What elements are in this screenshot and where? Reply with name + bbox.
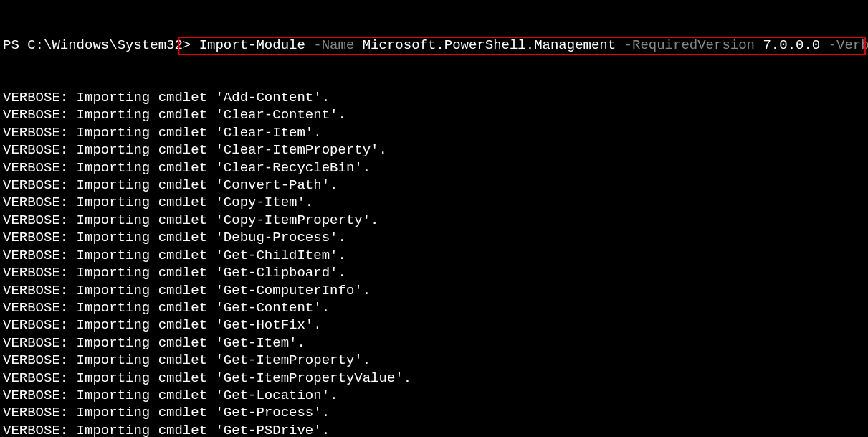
param-value: Microsoft.PowerShell.Management <box>363 37 616 53</box>
verbose-line: VERBOSE: Importing cmdlet 'Clear-Item'. <box>3 124 865 141</box>
verbose-line: VERBOSE: Importing cmdlet 'Get-Content'. <box>3 299 865 316</box>
verbose-line: VERBOSE: Importing cmdlet 'Get-Item'. <box>3 334 865 352</box>
ps-prompt: PS C:\Windows\System32> <box>3 37 199 53</box>
verbose-line: VERBOSE: Importing cmdlet 'Get-Process'. <box>3 404 865 421</box>
verbose-line: VERBOSE: Importing cmdlet 'Clear-ItemPro… <box>3 141 865 159</box>
verbose-line: VERBOSE: Importing cmdlet 'Get-ItemPrope… <box>3 370 865 387</box>
verbose-line: VERBOSE: Importing cmdlet 'Copy-ItemProp… <box>3 212 865 229</box>
param-name: -Name <box>305 37 363 53</box>
verbose-line: VERBOSE: Importing cmdlet 'Get-PSDrive'. <box>3 422 865 437</box>
verbose-line: VERBOSE: Importing cmdlet 'Get-HotFix'. <box>3 316 865 334</box>
verbose-line: VERBOSE: Importing cmdlet 'Add-Content'. <box>3 89 865 106</box>
verbose-line: VERBOSE: Importing cmdlet 'Clear-Recycle… <box>3 159 865 177</box>
param-verbose: -Verbose <box>820 37 868 53</box>
verbose-line: VERBOSE: Importing cmdlet 'Get-Location'… <box>3 387 865 404</box>
verbose-line: VERBOSE: Importing cmdlet 'Get-ComputerI… <box>3 282 865 299</box>
param-reqver: -RequiredVersion <box>616 37 763 53</box>
verbose-line: VERBOSE: Importing cmdlet 'Get-ChildItem… <box>3 247 865 264</box>
prompt-line: PS C:\Windows\System32> Import-Module -N… <box>3 37 865 54</box>
command-name: Import-Module <box>199 37 305 53</box>
verbose-line: VERBOSE: Importing cmdlet 'Get-Clipboard… <box>3 264 865 281</box>
verbose-line: VERBOSE: Importing cmdlet 'Convert-Path'… <box>3 177 865 194</box>
terminal-output[interactable]: PS C:\Windows\System32> Import-Module -N… <box>0 0 868 437</box>
param-value: 7.0.0.0 <box>763 37 820 53</box>
verbose-line: VERBOSE: Importing cmdlet 'Copy-Item'. <box>3 194 865 211</box>
verbose-line: VERBOSE: Importing cmdlet 'Get-ItemPrope… <box>3 352 865 369</box>
verbose-line: VERBOSE: Importing cmdlet 'Clear-Content… <box>3 106 865 123</box>
verbose-line: VERBOSE: Importing cmdlet 'Debug-Process… <box>3 229 865 246</box>
